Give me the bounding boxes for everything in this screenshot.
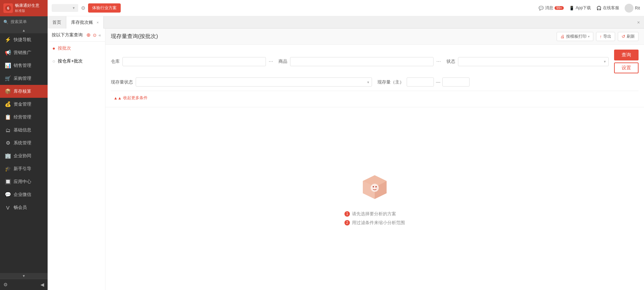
collapse-filter-button[interactable]: ▲▲ 收起更多条件: [111, 94, 639, 102]
product-input[interactable]: [290, 57, 434, 66]
scheme-panel: 按以下方案查询 ⊕ ⊙ « ● 按批次 ○ 按仓库+批次: [48, 29, 105, 290]
warehouse-input[interactable]: [122, 57, 266, 66]
app-version: 标准版: [15, 8, 39, 13]
sidebar-item-quick-nav[interactable]: ⚡ 快捷导航: [0, 33, 48, 46]
sidebar-item-guide[interactable]: 🎓 新手引导: [0, 162, 48, 175]
tabbar-close-button[interactable]: ×: [633, 20, 644, 25]
sales-icon: 📊: [5, 62, 11, 69]
tab-inventory-batch[interactable]: 库存批次账 ×: [66, 16, 104, 29]
sidebar: 6 畅康通好生意 标准版 🔍 搜索菜单 ▲ ⚡ 快捷导航 📢 营销推广 📊 销售…: [0, 0, 48, 290]
scheme-panel-header: 按以下方案查询 ⊕ ⊙ «: [48, 29, 105, 42]
svg-point-7: [373, 186, 374, 187]
scheme-item-by-batch[interactable]: ● 按批次: [48, 42, 105, 55]
system-icon: ⚙: [5, 140, 11, 146]
stock-amount-max-input[interactable]: [442, 77, 470, 87]
breadcrumb: ▾: [52, 4, 78, 12]
tab-home[interactable]: 首页: [48, 16, 66, 29]
warehouse-filter-group: 仓库 ···: [111, 57, 273, 66]
sidebar-item-purchase[interactable]: 🛒 采购管理: [0, 72, 48, 85]
tip-text-2: 用过滤条件来缩小分析范围: [352, 218, 405, 227]
sidebar-scroll-up[interactable]: ▲: [0, 28, 48, 33]
export-icon: ↑: [600, 34, 602, 39]
trial-industry-button[interactable]: 体验行业方案: [88, 3, 121, 13]
set-button[interactable]: 设置: [614, 62, 639, 73]
scheme-panel-actions: ⊕ ⊙ «: [86, 32, 101, 38]
inventory-label: 库存核算: [14, 88, 31, 94]
collapse-sidebar-icon[interactable]: ◀: [40, 282, 44, 287]
sidebar-item-weixin[interactable]: 💬 企业微信: [0, 188, 48, 201]
stock-amount-filter-group: 现存量（主） —: [377, 77, 639, 87]
vip-label: 畅会员: [14, 204, 27, 211]
page-title: 现存量查询(按批次): [111, 33, 158, 40]
scheme-item-by-warehouse-batch[interactable]: ○ 按仓库+批次: [48, 55, 105, 68]
stock-amount-label: 现存量（主）: [377, 79, 404, 85]
add-scheme-icon[interactable]: ⊕: [86, 32, 91, 38]
sidebar-item-enterprise[interactable]: 🏢 企业协同: [0, 149, 48, 162]
stock-status-select[interactable]: [136, 77, 372, 87]
status-select-wrapper: ▾: [458, 57, 609, 66]
weixin-label: 企业微信: [14, 192, 31, 198]
sidebar-item-apps[interactable]: 🔲 应用中心: [0, 175, 48, 188]
print-button[interactable]: 🖨 按模板打印 ▾: [557, 32, 593, 41]
export-label: 导出: [603, 34, 611, 39]
online-service-item[interactable]: 🎧 在线客服: [596, 5, 619, 11]
stock-amount-range: —: [407, 77, 470, 87]
settings-gear-icon[interactable]: ⚙: [81, 5, 85, 11]
page-header-actions: 🖨 按模板打印 ▾ ↑ 导出 ↺ 刷新: [557, 32, 639, 41]
search-menu-label: 搜索菜单: [11, 19, 27, 25]
sidebar-scroll-down[interactable]: ▼: [0, 273, 48, 279]
stock-amount-min-input[interactable]: [407, 77, 434, 87]
marketing-icon: 📢: [5, 50, 11, 56]
message-item[interactable]: 💬 消息 99+: [539, 5, 564, 11]
filter-collapse-row: ▲▲ 收起更多条件: [111, 91, 639, 102]
sidebar-nav-container: ▲ ⚡ 快捷导航 📢 营销推广 📊 销售管理 🛒 采购管理 📦 库存核算: [0, 28, 48, 279]
purchase-label: 采购管理: [14, 75, 31, 81]
message-label: 消息: [545, 5, 553, 11]
settings-icon[interactable]: ⚙: [3, 282, 8, 287]
operations-label: 经营管理: [14, 114, 31, 120]
svg-point-6: [371, 184, 379, 192]
svg-point-8: [375, 186, 377, 187]
page-header: 现存量查询(按批次) 🖨 按模板打印 ▾ ↑ 导出 ↺ 刷新: [105, 29, 644, 45]
app-download-item[interactable]: 📱 App下载: [569, 5, 591, 11]
refresh-button[interactable]: ↺ 刷新: [618, 32, 639, 41]
sidebar-footer: ⚙ ◀: [0, 279, 48, 290]
sidebar-item-inventory[interactable]: 📦 库存核算: [0, 85, 48, 98]
breadcrumb-chevron-icon: ▾: [73, 6, 75, 10]
warehouse-more-icon[interactable]: ···: [269, 58, 273, 65]
sidebar-item-marketing[interactable]: 📢 营销推广: [0, 46, 48, 59]
scheme-label-by-batch: 按批次: [58, 45, 71, 51]
sidebar-item-operations[interactable]: 📋 经营管理: [0, 111, 48, 124]
tabbar: 首页 库存批次账 × ×: [48, 16, 644, 29]
status-select[interactable]: [458, 57, 609, 66]
user-profile-item[interactable]: Rit: [625, 4, 640, 13]
sidebar-item-vip[interactable]: V 畅会员: [0, 201, 48, 214]
sidebar-item-basic[interactable]: 🗂 基础信息: [0, 124, 48, 137]
print-icon: 🖨: [560, 34, 565, 39]
product-more-icon[interactable]: ···: [436, 58, 441, 65]
collapse-filter-label: 收起更多条件: [123, 95, 148, 101]
search-menu-item[interactable]: 🔍 搜索菜单: [0, 16, 48, 28]
page-content: 按以下方案查询 ⊕ ⊙ « ● 按批次 ○ 按仓库+批次 现存量查询(按批次): [48, 29, 644, 290]
inventory-icon: 📦: [5, 88, 11, 94]
sidebar-item-finance[interactable]: 💰 资金管理: [0, 98, 48, 111]
home-tab-label: 首页: [52, 19, 61, 25]
online-service-label: 在线客服: [603, 5, 619, 11]
tab-close-icon[interactable]: ×: [97, 20, 99, 24]
scheme-settings-icon[interactable]: ⊙: [93, 33, 97, 38]
action-buttons: 查询 设置: [614, 50, 639, 73]
guide-icon: 🎓: [5, 166, 11, 172]
basic-label: 基础信息: [14, 127, 31, 133]
query-button[interactable]: 查询: [614, 50, 639, 60]
svg-text:6: 6: [7, 6, 9, 10]
sidebar-item-system[interactable]: ⚙ 系统管理: [0, 137, 48, 149]
apps-icon: 🔲: [5, 179, 11, 185]
export-button[interactable]: ↑ 导出: [596, 32, 615, 41]
breadcrumb-text: [55, 5, 71, 11]
collapse-panel-icon[interactable]: «: [99, 33, 101, 38]
headset-icon: 🎧: [596, 6, 601, 11]
sidebar-item-sales[interactable]: 📊 销售管理: [0, 59, 48, 72]
empty-tip-2: 2 用过滤条件来缩小分析范围: [344, 218, 405, 227]
marketing-label: 营销推广: [14, 50, 31, 56]
vip-icon: V: [5, 205, 11, 211]
